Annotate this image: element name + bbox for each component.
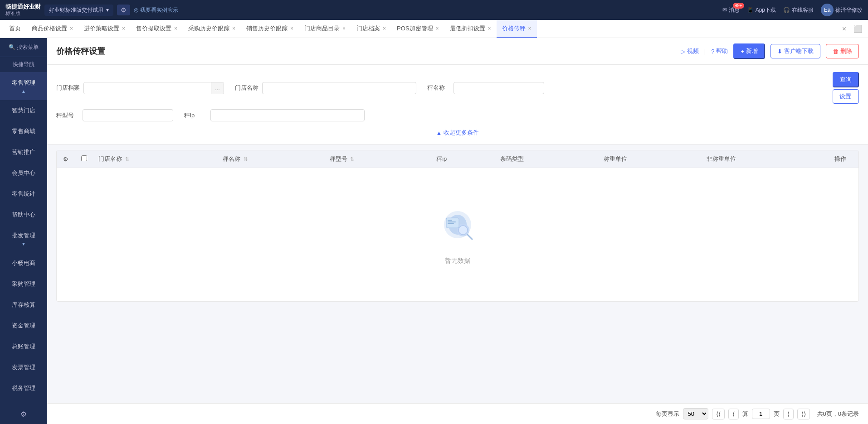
tab-close-icon[interactable]: × [436,25,439,32]
tab-close-icon[interactable]: × [122,25,125,32]
store-archive-ellipsis-btn[interactable]: ... [211,82,224,94]
table-header-checkbox[interactable] [75,150,93,168]
select-all-checkbox[interactable] [81,155,87,161]
store-name-input[interactable] [262,82,416,94]
video-link[interactable]: ▷ 视频 [681,47,699,55]
tab-menu-button[interactable]: ⬜ [852,23,864,35]
sidebar-item-retail-mall[interactable]: 零售商城 [0,121,47,142]
collapse-filters-button[interactable]: ▲ 收起更多条件 [436,129,479,137]
table-header-settings[interactable]: ⚙ [57,150,75,168]
sidebar-search[interactable]: 🔍 搜索菜单 [0,38,47,57]
demo-button[interactable]: ◎ 我要看实例演示 [134,6,178,14]
client-download-button[interactable]: ⬇ 客户端下载 [770,44,820,58]
sidebar-item-help-center[interactable]: 帮助中心 [0,204,47,225]
tab-close-icon[interactable]: × [232,25,235,32]
sidebar-item-retail-management[interactable]: 零售管理 ▲ [0,72,47,100]
table-header-barcode-type: 条码类型 [495,150,598,168]
chevron-down-icon: ▼ [21,241,26,246]
tab-sale-extract[interactable]: 售价提取设置 × [131,20,183,38]
tab-label: 销售历史价跟踪 [246,24,288,33]
sidebar-item-retail-stats[interactable]: 零售统计 [0,183,47,204]
per-page-select[interactable]: 50 10 20 100 [683,408,708,419]
filter-store-archive: 门店档案 ... [56,82,224,94]
filter-scale-model: 秤型号 [56,109,173,121]
tab-label: 售价提取设置 [136,24,171,33]
col-label: 秤型号 [330,155,347,162]
sidebar-item-tax[interactable]: 税务管理 [0,378,47,399]
next-page-button[interactable]: ⟩ [783,409,794,419]
scale-name-input[interactable] [454,82,544,94]
tab-sales-history[interactable]: 销售历史价跟踪 × [241,20,299,38]
sidebar-item-invoice[interactable]: 发票管理 [0,357,47,378]
col-label: 秤名称 [223,155,240,162]
add-button[interactable]: + 新增 [733,43,765,59]
tab-bar: 首页 商品价格设置 × 进价策略设置 × 售价提取设置 × 采购历史价跟踪 × … [0,20,868,38]
version-selector[interactable]: 好业财标准版交付试用 ▾ [44,5,113,16]
tab-close-icon[interactable]: × [383,25,386,32]
tab-close-icon[interactable]: × [290,25,293,32]
sidebar-item-label: 智慧门店 [12,106,35,115]
tab-home[interactable]: 首页 [4,20,26,38]
tab-label: 门店商品目录 [304,24,340,33]
tab-price-scale[interactable]: 价格传秤 × [497,20,537,38]
tab-min-discount[interactable]: 最低折扣设置 × [444,20,497,38]
tab-commodity-price[interactable]: 商品价格设置 × [26,20,78,38]
sidebar-item-xiao-chang-ecom[interactable]: 小畅电商 [0,253,47,274]
selector-gear-icon[interactable]: ⚙ [117,5,130,15]
sidebar-item-ledger[interactable]: 总账管理 [0,336,47,357]
selector-label: 好业财标准版交付试用 [49,6,103,14]
tab-store-catalog[interactable]: 门店商品目录 × [299,20,351,38]
sidebar-search-label: 搜索菜单 [17,44,39,50]
page-number-input[interactable] [752,409,770,419]
page-header-actions: ▷ 视频 | ? 帮助 + 新增 ⬇ 客户端下载 [681,43,859,59]
tab-pos-encrypt[interactable]: POS加密管理 × [391,20,444,38]
user-avatar-area[interactable]: Ea 徐泽华修改 [821,4,863,16]
message-action[interactable]: ✉ 消息 99+ [722,6,740,14]
table-header-scale-model[interactable]: 秤型号 ⇅ [324,150,431,168]
sort-icon: ⇅ [350,156,354,162]
sidebar-item-smart-store[interactable]: 智慧门店 [0,100,47,121]
app-download-action[interactable]: 📱 App下载 [747,6,776,14]
table-header-operation: 操作 [822,150,858,168]
pagination-bar: 每页显示 50 10 20 100 ⟨⟨ ⟨ 算 页 ⟩ ⟩⟩ 共0页，0条记录 [47,403,868,424]
filter-row-2: 秤型号 秤ip [56,109,859,121]
svg-rect-5 [446,218,459,228]
setting-button[interactable]: 设置 [833,89,859,104]
prev-page-button[interactable]: ⟨ [728,409,739,419]
tab-purchase-history[interactable]: 采购历史价跟踪 × [183,20,241,38]
sort-icon: ⇅ [244,156,248,162]
last-page-button[interactable]: ⟩⟩ [797,409,810,419]
help-label: 帮助 [716,47,728,55]
store-archive-input[interactable] [84,82,211,94]
query-button[interactable]: 查询 [833,72,859,87]
tab-close-icon[interactable]: × [174,25,177,32]
help-link[interactable]: ? 帮助 [711,47,728,55]
tab-close-icon[interactable]: × [488,25,491,32]
sidebar-item-label: 库存核算 [12,301,35,309]
sidebar-item-inventory[interactable]: 库存核算 [0,294,47,315]
tab-close-icon[interactable]: × [70,25,73,32]
online-service-action[interactable]: 🎧 在线客服 [783,6,814,14]
sidebar-item-marketing[interactable]: 营销推广 [0,142,47,163]
sidebar-quick-nav[interactable]: 快捷导航 [0,57,47,72]
tab-close-all-button[interactable]: × [840,23,848,35]
tab-close-icon[interactable]: × [342,25,346,32]
chevron-up-icon: ▲ [436,130,442,136]
tab-store-archive[interactable]: 门店档案 × [351,20,391,38]
first-page-button[interactable]: ⟨⟨ [712,409,725,419]
table-header-store-name[interactable]: 门店名称 ⇅ [93,150,217,168]
sidebar-item-member-center[interactable]: 会员中心 [0,163,47,183]
tab-purchase-strategy[interactable]: 进价策略设置 × [78,20,131,38]
delete-button[interactable]: 🗑 删除 [826,44,859,58]
scale-ip-input[interactable] [210,109,365,121]
tab-close-icon[interactable]: × [528,25,532,32]
sidebar-item-purchase-mgmt[interactable]: 采购管理 [0,274,47,294]
sidebar-item-label: 税务管理 [12,384,35,392]
sidebar-item-finance[interactable]: 资金管理 [0,315,47,336]
settings-icon[interactable]: ⚙ [20,410,27,418]
table-header-scale-name[interactable]: 秤名称 ⇅ [217,150,324,168]
scale-model-input[interactable] [83,109,173,121]
filter-store-name: 门店名称 [235,82,416,94]
sidebar-item-wholesale-mgmt[interactable]: 批发管理 ▼ [0,225,47,253]
divider: | [704,48,706,55]
